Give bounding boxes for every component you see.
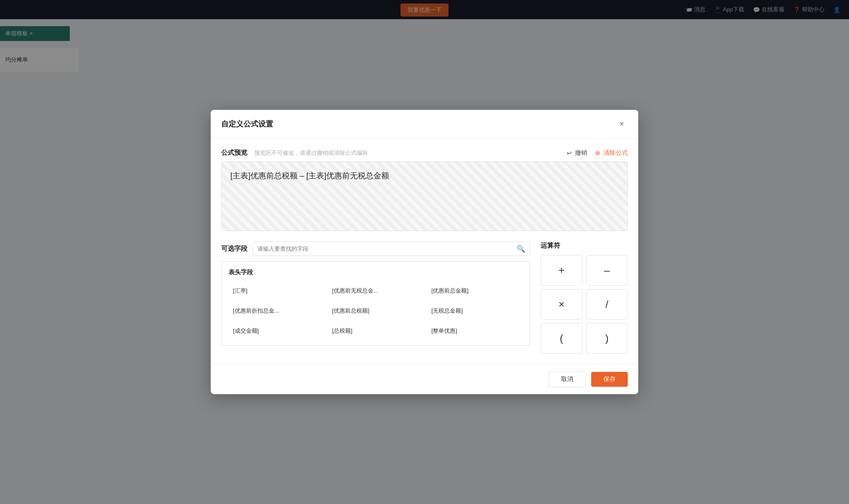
field-item[interactable]: [汇率] <box>229 283 324 298</box>
modal-footer: 取消 保存 <box>211 364 638 394</box>
fields-operators-row: 可选字段 🔍 表头字段 [汇率][优惠前无税总金...[优惠前总金额][优惠前折… <box>221 242 628 354</box>
field-search-input[interactable] <box>257 245 514 252</box>
formula-modal: 自定义公式设置 × 公式预览 预览区不可修改，请通过撤销或清除公式编辑 ↩ 撤销… <box>211 110 638 394</box>
search-icon: 🔍 <box>517 245 525 253</box>
operators-grid: +–×/() <box>541 255 628 354</box>
operators-label: 运算符 <box>541 242 628 250</box>
fields-grid: [汇率][优惠前无税总金...[优惠前总金额][优惠前折扣总金...[优惠前总税… <box>229 283 523 338</box>
fields-label: 可选字段 <box>221 245 247 253</box>
modal-close-button[interactable]: × <box>616 118 628 130</box>
formula-display: [主表]优惠前总税额 – [主表]优惠前无税总金额 <box>230 170 619 181</box>
undo-label: 撤销 <box>575 149 587 157</box>
modal-title: 自定义公式设置 <box>221 119 273 129</box>
undo-icon: ↩ <box>566 150 573 157</box>
field-item[interactable]: [优惠前折扣总金... <box>229 303 324 318</box>
operator-button[interactable]: ) <box>586 323 628 354</box>
operator-button[interactable]: + <box>541 255 582 286</box>
operator-button[interactable]: / <box>586 289 628 320</box>
formula-actions: ↩ 撤销 ⊗ 清除公式 <box>566 149 628 157</box>
modal-header: 自定义公式设置 × <box>211 110 638 138</box>
field-item[interactable]: [成交金额] <box>229 324 324 338</box>
clear-label: 清除公式 <box>603 149 628 157</box>
undo-button[interactable]: ↩ 撤销 <box>566 149 587 157</box>
clear-formula-button[interactable]: ⊗ 清除公式 <box>594 149 628 157</box>
operator-button[interactable]: – <box>586 255 628 286</box>
fields-group-label: 表头字段 <box>229 269 523 276</box>
fields-header: 可选字段 🔍 <box>221 242 530 256</box>
cancel-button[interactable]: 取消 <box>548 371 586 387</box>
formula-preview-header: 公式预览 预览区不可修改，请通过撤销或清除公式编辑 ↩ 撤销 ⊗ 清除公式 <box>221 149 628 157</box>
fields-list-container: 表头字段 [汇率][优惠前无税总金...[优惠前总金额][优惠前折扣总金...[… <box>221 261 530 346</box>
field-item[interactable]: [整单优惠] <box>427 324 523 338</box>
field-item[interactable]: [优惠前总税额] <box>328 303 423 318</box>
modal-body: 公式预览 预览区不可修改，请通过撤销或清除公式编辑 ↩ 撤销 ⊗ 清除公式 [主… <box>211 138 638 364</box>
clear-icon: ⊗ <box>594 150 601 157</box>
operator-button[interactable]: ( <box>541 323 582 354</box>
field-item[interactable]: [总税额] <box>328 324 423 338</box>
modal-backdrop: 自定义公式设置 × 公式预览 预览区不可修改，请通过撤销或清除公式编辑 ↩ 撤销… <box>0 0 849 504</box>
formula-preview-label: 公式预览 <box>221 149 247 157</box>
field-item[interactable]: [优惠前无税总金... <box>328 283 423 298</box>
field-search-box[interactable]: 🔍 <box>253 242 530 256</box>
operators-section: 运算符 +–×/() <box>541 242 628 354</box>
field-item[interactable]: [优惠前总金额] <box>427 283 523 298</box>
operator-button[interactable]: × <box>541 289 582 320</box>
save-button[interactable]: 保存 <box>591 372 628 387</box>
formula-preview-area: [主表]优惠前总税额 – [主表]优惠前无税总金额 <box>221 161 628 231</box>
fields-section: 可选字段 🔍 表头字段 [汇率][优惠前无税总金...[优惠前总金额][优惠前折… <box>221 242 530 346</box>
formula-preview-hint: 预览区不可修改，请通过撤销或清除公式编辑 <box>254 149 559 157</box>
field-item[interactable]: [无税总金额] <box>427 303 523 318</box>
